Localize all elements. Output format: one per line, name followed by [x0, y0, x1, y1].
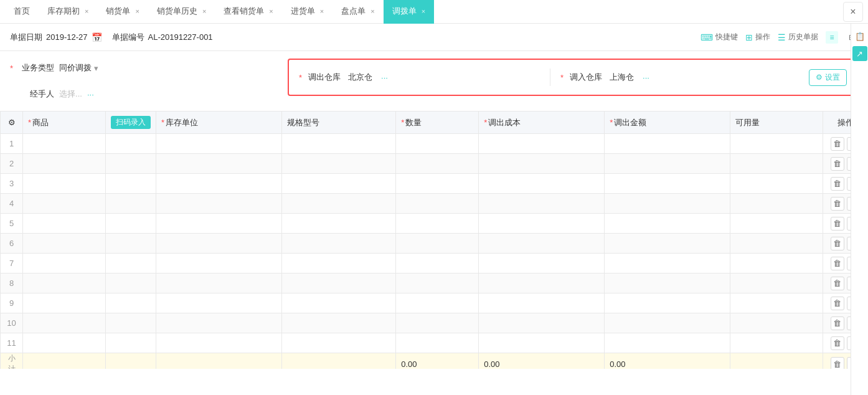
cell-spec-1[interactable] [281, 134, 395, 154]
cell-amount-2[interactable] [605, 154, 730, 174]
tab-close-purchase-order[interactable]: × [320, 7, 324, 15]
cell-unit-2[interactable] [156, 154, 281, 174]
cell-amount-4[interactable] [605, 194, 730, 214]
business-type-value[interactable]: 同价调拨 ▾ [59, 59, 171, 77]
date-value[interactable]: 2019-12-27 [46, 32, 88, 42]
cell-qty-7[interactable] [396, 254, 479, 274]
cell-product-11[interactable] [23, 333, 106, 353]
cell-amount-6[interactable] [605, 234, 730, 254]
cell-spec-5[interactable] [281, 214, 395, 234]
tab-close-inventory-check[interactable]: × [370, 7, 374, 15]
delete-row-btn-2[interactable]: 🗑 [831, 157, 844, 171]
cell-qty-11[interactable] [396, 333, 479, 353]
cell-qty-3[interactable] [396, 174, 479, 194]
cell-product-5[interactable] [23, 214, 106, 234]
history-btn[interactable]: ☰ 历史单据 [778, 32, 818, 42]
cell-amount-5[interactable] [605, 214, 730, 234]
tab-home[interactable]: 首页 [5, 0, 39, 24]
cell-product-6[interactable] [23, 234, 106, 254]
sidebar-expand-icon[interactable]: ↗ [852, 46, 867, 61]
cell-spec-3[interactable] [281, 174, 395, 194]
cell-qty-10[interactable] [396, 313, 479, 333]
delete-row-btn-7[interactable]: 🗑 [831, 257, 844, 270]
cell-available-8[interactable] [730, 274, 823, 293]
window-close-button[interactable]: × [843, 2, 863, 22]
cell-cost-1[interactable] [479, 134, 605, 154]
cell-available-7[interactable] [730, 254, 823, 274]
scan-entry-button[interactable]: 扫码录入 [111, 116, 151, 129]
cell-qty-8[interactable] [396, 274, 479, 293]
cell-unit-9[interactable] [156, 293, 281, 313]
tab-transfer-order[interactable]: 调拨单 × [384, 0, 434, 24]
cell-amount-8[interactable] [605, 274, 730, 293]
cell-spec-8[interactable] [281, 274, 395, 293]
cell-amount-1[interactable] [605, 134, 730, 154]
cell-available-10[interactable] [730, 313, 823, 333]
cell-available-9[interactable] [730, 293, 823, 313]
warehouse-out-more-btn[interactable]: ··· [381, 73, 388, 82]
cell-cost-9[interactable] [479, 293, 605, 313]
tab-close-sales-history[interactable]: × [202, 7, 206, 15]
cell-product-10[interactable] [23, 313, 106, 333]
cell-cost-7[interactable] [479, 254, 605, 274]
tab-close-view-sales[interactable]: × [269, 7, 273, 15]
delete-row-btn-6[interactable]: 🗑 [831, 237, 844, 250]
cell-cost-5[interactable] [479, 214, 605, 234]
cell-amount-3[interactable] [605, 174, 730, 194]
cell-qty-6[interactable] [396, 234, 479, 254]
cell-unit-3[interactable] [156, 174, 281, 194]
cell-spec-11[interactable] [281, 333, 395, 353]
sidebar-doc-icon[interactable]: 📋 [852, 29, 867, 44]
cell-unit-1[interactable] [156, 134, 281, 154]
cell-product-3[interactable] [23, 174, 106, 194]
cell-product-1[interactable] [23, 134, 106, 154]
cell-spec-4[interactable] [281, 194, 395, 214]
tab-sales-history[interactable]: 销货单历史 × [148, 0, 215, 24]
cell-cost-3[interactable] [479, 174, 605, 194]
calendar-icon[interactable]: 📅 [92, 32, 102, 42]
cell-unit-10[interactable] [156, 313, 281, 333]
warehouse-setting-btn[interactable]: ⚙ 设置 [809, 69, 847, 86]
cell-spec-9[interactable] [281, 293, 395, 313]
cell-qty-2[interactable] [396, 154, 479, 174]
cell-cost-4[interactable] [479, 194, 605, 214]
cell-unit-6[interactable] [156, 234, 281, 254]
delete-row-btn-11[interactable]: 🗑 [831, 336, 844, 350]
cell-available-6[interactable] [730, 234, 823, 254]
cell-product-2[interactable] [23, 154, 106, 174]
delete-row-btn-5[interactable]: 🗑 [831, 217, 844, 231]
cell-qty-5[interactable] [396, 214, 479, 234]
warehouse-out-value[interactable]: 北京仓 [348, 72, 372, 83]
cell-spec-7[interactable] [281, 254, 395, 274]
delete-row-btn-9[interactable]: 🗑 [831, 297, 844, 310]
cell-unit-7[interactable] [156, 254, 281, 274]
cell-product-7[interactable] [23, 254, 106, 274]
cell-qty-4[interactable] [396, 194, 479, 214]
tab-purchase-order[interactable]: 进货单 × [282, 0, 333, 24]
business-type-dropdown-icon[interactable]: ▾ [94, 64, 98, 73]
cell-qty-9[interactable] [396, 293, 479, 313]
cell-cost-8[interactable] [479, 274, 605, 293]
tab-inventory-init[interactable]: 库存期初 × [39, 0, 97, 24]
cell-unit-4[interactable] [156, 194, 281, 214]
tab-inventory-check[interactable]: 盘点单 × [333, 0, 383, 24]
cell-spec-10[interactable] [281, 313, 395, 333]
cell-unit-11[interactable] [156, 333, 281, 353]
cell-cost-11[interactable] [479, 333, 605, 353]
warehouse-in-more-btn[interactable]: ··· [643, 73, 649, 82]
col-header-settings[interactable]: ⚙ [1, 112, 23, 134]
delete-row-btn-3[interactable]: 🗑 [831, 177, 844, 191]
tab-sales-order[interactable]: 销货单 × [97, 0, 148, 24]
cell-amount-10[interactable] [605, 313, 730, 333]
cell-spec-6[interactable] [281, 234, 395, 254]
cell-unit-8[interactable] [156, 274, 281, 293]
cell-available-4[interactable] [730, 194, 823, 214]
cell-amount-11[interactable] [605, 333, 730, 353]
cell-available-11[interactable] [730, 333, 823, 353]
tab-close-inventory-init[interactable]: × [85, 7, 88, 15]
operations-btn[interactable]: ⊞ 操作 [745, 32, 770, 42]
cell-spec-2[interactable] [281, 154, 395, 174]
cell-product-4[interactable] [23, 194, 106, 214]
delete-row-btn-10[interactable]: 🗑 [831, 316, 844, 330]
cell-unit-5[interactable] [156, 214, 281, 234]
